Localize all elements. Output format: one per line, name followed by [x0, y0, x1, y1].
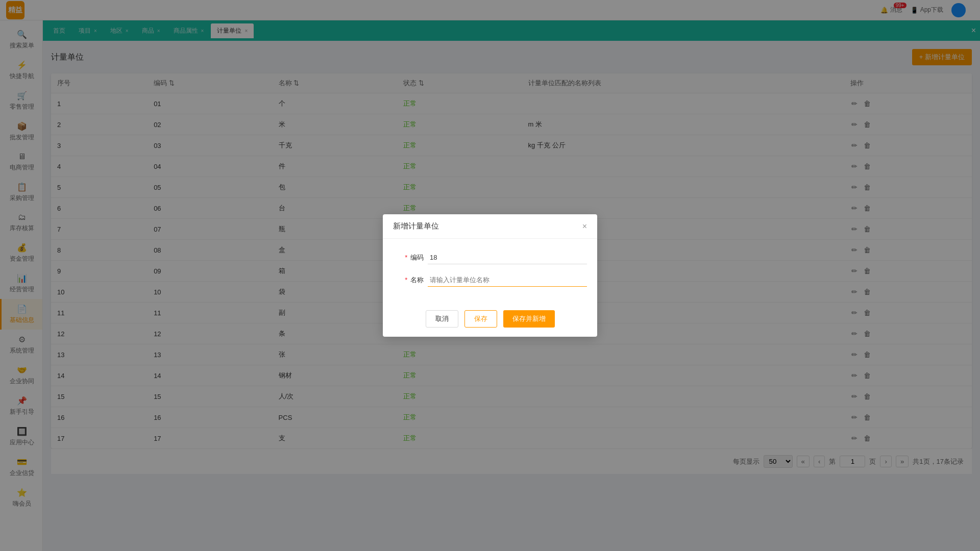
- code-input[interactable]: [428, 251, 587, 264]
- modal-header: 新增计量单位 ×: [383, 214, 597, 239]
- cancel-button[interactable]: 取消: [426, 310, 458, 328]
- code-required-star: *: [405, 254, 407, 261]
- form-row-code: * 编码: [393, 251, 587, 264]
- form-row-name: * 名称: [393, 273, 587, 287]
- modal-footer: 取消 保存 保存并新增: [383, 304, 597, 337]
- add-unit-modal: 新增计量单位 × * 编码 * 名称 取消 保存 保存并新增: [383, 214, 597, 337]
- code-label: * 编码: [393, 253, 424, 262]
- save-button[interactable]: 保存: [464, 310, 497, 328]
- name-required-star: *: [405, 276, 407, 284]
- name-input[interactable]: [428, 273, 587, 287]
- modal-title: 新增计量单位: [393, 221, 439, 231]
- name-label: * 名称: [393, 276, 424, 285]
- modal-overlay[interactable]: 新增计量单位 × * 编码 * 名称 取消 保存 保存并新增: [0, 0, 980, 551]
- modal-body: * 编码 * 名称: [383, 239, 597, 304]
- modal-close-button[interactable]: ×: [582, 222, 587, 231]
- save-and-new-button[interactable]: 保存并新增: [503, 310, 555, 328]
